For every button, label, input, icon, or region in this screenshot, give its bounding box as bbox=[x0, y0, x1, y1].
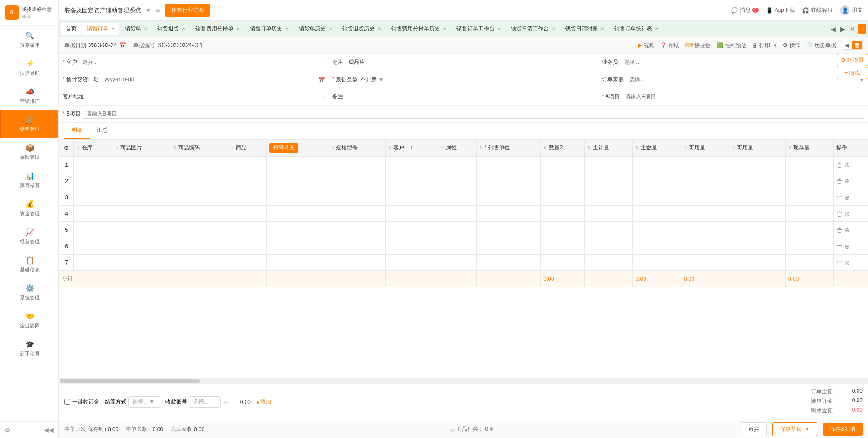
row-spec[interactable] bbox=[328, 255, 385, 271]
sidebar-item-search[interactable]: 🔍 搜索菜单 bbox=[0, 26, 58, 54]
tab-sales-order[interactable]: 销售订单 ✕ bbox=[82, 23, 119, 35]
row-unit[interactable] bbox=[476, 189, 541, 206]
tab-close-icon[interactable]: ✕ bbox=[601, 26, 604, 31]
row-delete-button[interactable]: 🗑 bbox=[836, 194, 843, 201]
row-main-qty[interactable] bbox=[633, 238, 681, 255]
row-copy-button[interactable]: ⊕ bbox=[844, 161, 850, 168]
tab-close-icon[interactable]: ✕ bbox=[552, 26, 555, 31]
date-value[interactable]: 2023-03-24 bbox=[89, 42, 116, 48]
tab-cash-workbench[interactable]: 钱货日清工作台 ✕ bbox=[506, 23, 560, 35]
address-picker-icon[interactable]: ··· bbox=[320, 94, 325, 100]
row-unit[interactable] bbox=[476, 255, 541, 271]
row-product[interactable] bbox=[228, 238, 266, 255]
tab-next-button[interactable]: ▶ bbox=[839, 24, 847, 34]
row-customer-no[interactable] bbox=[386, 222, 438, 238]
tab-cash-reconcile[interactable]: 钱货日清对账 ✕ bbox=[561, 23, 609, 35]
list-view-btn[interactable]: ◀ bbox=[842, 41, 852, 49]
order-source-input[interactable] bbox=[626, 75, 856, 84]
b-project-input[interactable] bbox=[83, 109, 864, 119]
row-delete-button[interactable]: 🗑 bbox=[836, 243, 843, 250]
sidebar-item-nav[interactable]: ⚡ 快捷导航 bbox=[0, 54, 58, 82]
tab-close-icon[interactable]: ✕ bbox=[443, 26, 446, 31]
customer-input[interactable] bbox=[80, 58, 318, 67]
row-main-unit[interactable] bbox=[585, 173, 633, 189]
row-attribute[interactable] bbox=[438, 189, 476, 206]
topbar-dropdown-icon[interactable]: ▼ bbox=[145, 7, 151, 14]
row-customer-no[interactable] bbox=[386, 157, 438, 173]
shortcut-action[interactable]: ⌨ 快捷键 bbox=[685, 42, 711, 49]
payment-method-select[interactable]: 结算方式 选择... ▼ bbox=[105, 396, 160, 408]
tab-expand-button[interactable]: ✕ bbox=[848, 24, 857, 34]
settings-bottom-icon[interactable]: ⚙ bbox=[5, 426, 10, 433]
row-delete-button[interactable]: 🗑 bbox=[836, 259, 843, 266]
tab-close-icon[interactable]: ✕ bbox=[655, 26, 659, 31]
row-spec[interactable] bbox=[328, 189, 385, 206]
calendar-icon[interactable]: 📅 bbox=[119, 42, 126, 48]
row-copy-button[interactable]: ⊕ bbox=[844, 259, 850, 266]
detail-tab-detail[interactable]: 明细 bbox=[64, 123, 90, 139]
row-qty2[interactable] bbox=[541, 255, 585, 271]
message-button[interactable]: 💬 消息 9 bbox=[731, 6, 759, 14]
row-qty2[interactable] bbox=[541, 157, 585, 173]
row-delete-button[interactable]: 🗑 bbox=[836, 178, 843, 185]
row-code[interactable] bbox=[170, 238, 228, 255]
sidebar-item-purchase[interactable]: 📦 采购管理 bbox=[0, 138, 58, 166]
print-action[interactable]: 🖨 打印 ▼ bbox=[752, 42, 777, 49]
tab-close-icon[interactable]: ✕ bbox=[144, 26, 147, 31]
row-warehouse[interactable] bbox=[74, 222, 112, 238]
history-action[interactable]: 📄 历史单据 bbox=[806, 42, 836, 49]
a-project-input[interactable] bbox=[622, 92, 864, 101]
row-attribute[interactable] bbox=[438, 173, 476, 189]
row-main-qty[interactable] bbox=[633, 189, 681, 206]
row-spec[interactable] bbox=[328, 238, 385, 255]
print-dropdown-icon[interactable]: ▼ bbox=[773, 43, 777, 48]
grid-view-btn[interactable]: ▦ bbox=[852, 41, 862, 49]
row-main-unit[interactable] bbox=[585, 189, 633, 206]
row-customer-no[interactable] bbox=[386, 238, 438, 255]
add-logistics-button[interactable]: + 物流 bbox=[837, 67, 868, 79]
row-warehouse[interactable] bbox=[74, 173, 112, 189]
salesperson-input[interactable] bbox=[621, 58, 857, 67]
delivery-input[interactable] bbox=[102, 75, 315, 84]
row-customer-no[interactable] bbox=[386, 189, 438, 206]
tab-close-icon[interactable]: ✕ bbox=[497, 26, 501, 31]
row-qty2[interactable] bbox=[541, 238, 585, 255]
th-unit[interactable]: ⇅ * 销售单位 bbox=[476, 140, 541, 157]
tab-prev-button[interactable]: ◀ bbox=[829, 24, 838, 34]
row-unit[interactable] bbox=[476, 157, 541, 173]
tab-close-icon[interactable]: ✕ bbox=[378, 26, 381, 31]
sidebar-item-inventory[interactable]: 📊 库存核算 bbox=[0, 166, 58, 194]
sidebar-item-operations[interactable]: 📈 经营管理 bbox=[0, 222, 58, 250]
sidebar-item-system[interactable]: ⚙️ 系统管理 bbox=[0, 279, 58, 307]
user-menu-button[interactable]: 👤 用友 bbox=[840, 5, 863, 15]
row-unit[interactable] bbox=[476, 238, 541, 255]
row-product[interactable] bbox=[228, 255, 266, 271]
tab-close-icon[interactable]: ✕ bbox=[329, 26, 332, 31]
amount-value[interactable]: 0.00 bbox=[233, 399, 251, 405]
tab-order-history[interactable]: 销售订单历史 ✕ bbox=[245, 23, 293, 35]
quick-checkout-input[interactable] bbox=[64, 399, 70, 405]
save-draft-dropdown-icon[interactable]: ▼ bbox=[805, 427, 810, 432]
th-spec[interactable]: ⇅ 规格型号 bbox=[328, 140, 385, 157]
row-copy-button[interactable]: ⊕ bbox=[844, 210, 850, 217]
row-main-unit[interactable] bbox=[585, 206, 633, 222]
row-code[interactable] bbox=[170, 222, 228, 238]
horizontal-scrollbar[interactable] bbox=[59, 378, 868, 384]
tab-sales-invoice[interactable]: 销货单 ✕ bbox=[120, 23, 152, 35]
row-attribute[interactable] bbox=[438, 255, 476, 271]
th-product[interactable]: ⇅ 商品 bbox=[228, 140, 266, 157]
row-main-qty[interactable] bbox=[633, 157, 681, 173]
tab-home[interactable]: 首页 bbox=[61, 23, 81, 35]
tab-return-history[interactable]: 销货退货历史 ✕ bbox=[338, 23, 386, 35]
row-main-qty[interactable] bbox=[633, 206, 681, 222]
row-warehouse[interactable] bbox=[74, 238, 112, 255]
tab-more-button[interactable]: ≡ bbox=[858, 24, 866, 34]
th-stock[interactable]: ⇅ 现存量 bbox=[785, 140, 833, 157]
row-product[interactable] bbox=[228, 189, 266, 206]
row-code[interactable] bbox=[170, 157, 228, 173]
customer-picker-icon[interactable]: ··· bbox=[320, 59, 325, 66]
row-customer-no[interactable] bbox=[386, 255, 438, 271]
row-attribute[interactable] bbox=[438, 157, 476, 173]
th-qty2[interactable]: ⇅ 数量2 bbox=[541, 140, 585, 157]
sidebar-item-finance[interactable]: 💰 资金管理 bbox=[0, 194, 58, 222]
